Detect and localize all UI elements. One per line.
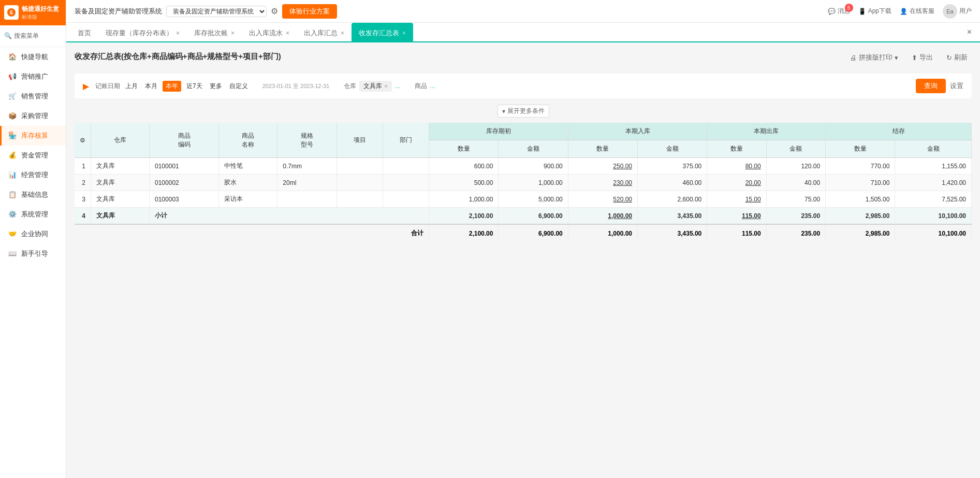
row-in-amt: 2,600.00 <box>638 191 707 208</box>
chevron-down-icon: ▾ <box>895 54 898 62</box>
row-out-qty[interactable]: 20.00 <box>707 175 766 191</box>
system-selector[interactable]: 装备及固定资产辅助管理系统 <box>166 6 267 17</box>
sidebar-item-purchase[interactable]: 📦 采购管理 <box>0 106 66 126</box>
tab-inventory-dist[interactable]: 现存量（库存分布表） × <box>98 23 187 42</box>
warehouse-filter-more[interactable]: ... <box>395 82 400 90</box>
sidebar-purchase-label: 采购管理 <box>21 111 48 121</box>
row-dept <box>383 175 429 191</box>
row-goods-spec: 0.7mm <box>277 158 337 175</box>
row-bal-qty: 710.00 <box>826 175 895 191</box>
expand-more-button[interactable]: ▾ 展开更多条件 <box>498 105 549 118</box>
sidebar-item-finance[interactable]: 💰 资金管理 <box>0 146 66 165</box>
th-in-qty: 数量 <box>568 140 637 158</box>
refresh-button[interactable]: ↻ 刷新 <box>942 51 972 64</box>
sidebar-item-system[interactable]: ⚙️ 系统管理 <box>0 205 66 224</box>
sidebar-item-new-guide[interactable]: 📖 新手引导 <box>0 244 66 264</box>
sidebar-item-operations[interactable]: 📊 经营管理 <box>0 165 66 185</box>
operations-icon: 📊 <box>8 170 17 180</box>
th-dept: 部门 <box>383 123 429 158</box>
tab-inventory-dist-close[interactable]: × <box>176 30 180 37</box>
subtotal-in-amt: 3,435.00 <box>638 208 707 225</box>
table-row: 1 文具库 0100001 中性笔 0.7mm 600.00 900.00 25… <box>75 158 972 175</box>
date-btn-7days[interactable]: 近7天 <box>184 81 204 92</box>
th-bal-amt: 金额 <box>895 140 972 158</box>
sidebar-item-inventory[interactable]: 🏪 库存核算 <box>0 126 66 146</box>
data-table-wrap: ⚙ 仓库 商品编码 商品名称 规格型号 项目 部门 库存期初 本期入库 本期出库… <box>75 123 972 242</box>
warehouse-tag[interactable]: 文具库 × <box>359 81 391 92</box>
tab-in-out-summary[interactable]: 出入库汇总 × <box>297 23 352 42</box>
date-btn-this-year[interactable]: 本年 <box>163 81 181 92</box>
export-button[interactable]: ⬆ 导出 <box>908 51 937 64</box>
th-out-qty: 数量 <box>707 140 766 158</box>
date-btn-custom[interactable]: 自定义 <box>227 81 250 92</box>
row-out-amt: 120.00 <box>766 158 825 175</box>
tabs-close-all[interactable]: × <box>963 27 976 37</box>
warehouse-tag-close[interactable]: × <box>384 83 387 89</box>
set-button[interactable]: 设置 <box>950 81 963 91</box>
sidebar-item-base-info[interactable]: 📋 基础信息 <box>0 185 66 205</box>
notification-button[interactable]: 💬 消息 6 <box>828 7 850 16</box>
row-warehouse: 文具库 <box>91 175 150 191</box>
tab-batch-account[interactable]: 库存批次账 × <box>187 23 242 42</box>
print-template-label: 拼接版打印 <box>859 53 893 62</box>
user-label: 用户 <box>959 7 972 16</box>
goods-filter-label: 商品 <box>415 82 427 91</box>
row-bal-amt: 1,155.00 <box>895 158 972 175</box>
row-open-qty: 1,000.00 <box>429 191 499 208</box>
tab-home[interactable]: 首页 <box>70 23 98 42</box>
row-goods-code: 0100003 <box>150 191 219 208</box>
date-btn-last-month[interactable]: 上月 <box>123 81 140 92</box>
base-info-icon: 📋 <box>8 190 17 199</box>
sidebar-item-marketing[interactable]: 📢 营销推广 <box>0 67 66 86</box>
user-menu[interactable]: Ea 用户 <box>943 4 972 19</box>
goods-filter-more[interactable]: ... <box>430 82 435 90</box>
goods-filter-group: 商品 ... <box>415 82 435 91</box>
query-button[interactable]: 查询 <box>916 79 946 93</box>
row-out-amt: 75.00 <box>766 191 825 208</box>
row-in-qty[interactable]: 250.00 <box>568 158 637 175</box>
row-in-qty[interactable]: 230.00 <box>568 175 637 191</box>
tab-in-out-summary-close[interactable]: × <box>341 30 344 37</box>
row-open-amt: 5,000.00 <box>499 191 568 208</box>
row-out-qty[interactable]: 80.00 <box>707 158 766 175</box>
row-in-qty[interactable]: 520.00 <box>568 191 637 208</box>
online-service-button[interactable]: 👤 在线客服 <box>900 7 934 16</box>
sidebar-marketing-label: 营销推广 <box>21 72 48 81</box>
search-label: 搜索菜单 <box>14 32 39 40</box>
tab-home-label: 首页 <box>78 28 91 38</box>
sidebar-item-quick-nav[interactable]: 🏠 快捷导航 <box>0 47 66 67</box>
row-bal-amt: 7,525.00 <box>895 191 972 208</box>
expand-icon: ▾ <box>502 108 505 115</box>
row-project <box>337 158 383 175</box>
enterprise-icon: 🤝 <box>8 229 17 239</box>
tab-in-out-flow-close[interactable]: × <box>286 30 289 37</box>
search-menu-button[interactable]: 🔍 搜索菜单 <box>4 30 62 42</box>
date-btn-more[interactable]: 更多 <box>208 81 224 92</box>
gear-icon[interactable]: ⚙ <box>271 6 278 16</box>
table-row: 3 文具库 0100003 采访本 1,000.00 5,000.00 520.… <box>75 191 972 208</box>
tab-inventory-dist-label: 现存量（库存分布表） <box>106 28 173 38</box>
trial-button[interactable]: 体验行业方案 <box>282 4 337 19</box>
tab-recv-send-summary[interactable]: 收发存汇总表 × <box>352 23 413 42</box>
row-in-amt: 375.00 <box>638 158 707 175</box>
tab-batch-account-close[interactable]: × <box>231 30 235 37</box>
th-in-amt: 金额 <box>638 140 707 158</box>
print-template-button[interactable]: 🖨 拼接版打印 ▾ <box>846 51 902 64</box>
content-area: 收发存汇总表(按仓库+商品编码+商品+规格型号+项目+部门) 🖨 拼接版打印 ▾… <box>66 42 980 478</box>
warehouse-tag-text: 文具库 <box>363 82 382 91</box>
th-out-group: 本期出库 <box>707 123 826 140</box>
date-btn-this-month[interactable]: 本月 <box>143 81 159 92</box>
tab-in-out-flow[interactable]: 出入库流水 × <box>242 23 297 42</box>
filter-arrow-icon[interactable]: ▶ <box>83 81 89 91</box>
subtotal-out-amt: 235.00 <box>766 208 825 225</box>
table-settings-header[interactable]: ⚙ <box>75 123 91 158</box>
total-in-amt: 3,435.00 <box>638 224 707 242</box>
tab-recv-send-summary-close[interactable]: × <box>402 30 406 37</box>
sales-icon: 🛒 <box>8 92 17 101</box>
th-open-amt: 金额 <box>499 140 568 158</box>
row-out-qty[interactable]: 15.00 <box>707 191 766 208</box>
sidebar-item-sales[interactable]: 🛒 销售管理 <box>0 86 66 106</box>
table-row: 2 文具库 0100002 胶水 20ml 500.00 1,000.00 23… <box>75 175 972 191</box>
app-download-button[interactable]: 📱 App下载 <box>858 7 891 16</box>
sidebar-item-enterprise[interactable]: 🤝 企业协同 <box>0 224 66 244</box>
